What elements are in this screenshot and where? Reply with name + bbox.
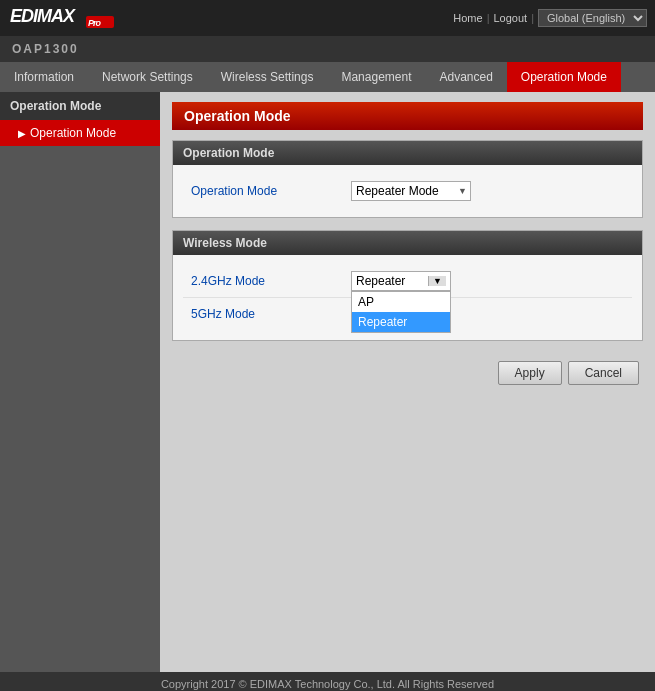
nav-information[interactable]: Information [0, 62, 88, 92]
2ghz-option-ap[interactable]: AP [352, 292, 450, 312]
nav-operation-mode[interactable]: Operation Mode [507, 62, 621, 92]
operation-mode-row: Operation Mode AP Mode Repeater Mode Cli… [183, 175, 632, 207]
svg-text:Pro: Pro [88, 18, 102, 28]
nav-advanced[interactable]: Advanced [425, 62, 506, 92]
home-link[interactable]: Home [453, 12, 482, 24]
wireless-mode-panel: Wireless Mode 2.4GHz Mode Repeater ▼ AP [172, 230, 643, 341]
nav-management[interactable]: Management [327, 62, 425, 92]
sep1: | [487, 12, 490, 24]
dropdown-arrow-icon: ▼ [428, 276, 446, 286]
sidebar-arrow: ▶ [18, 128, 26, 139]
nav-network-settings[interactable]: Network Settings [88, 62, 207, 92]
2ghz-option-repeater[interactable]: Repeater [352, 312, 450, 332]
operation-mode-select-wrapper: AP Mode Repeater Mode Client Mode [351, 181, 471, 201]
logo-text: EDIMAX Pro [8, 2, 118, 34]
sidebar: Operation Mode ▶ Operation Mode [0, 92, 160, 672]
model-name: OAP1300 [12, 42, 79, 56]
logout-link[interactable]: Logout [493, 12, 527, 24]
button-row: Apply Cancel [172, 353, 643, 393]
2ghz-mode-control: Repeater ▼ AP Repeater [351, 271, 624, 291]
wireless-mode-panel-body: 2.4GHz Mode Repeater ▼ AP Repeater [173, 255, 642, 340]
cancel-button[interactable]: Cancel [568, 361, 639, 385]
operation-mode-panel-header: Operation Mode [173, 141, 642, 165]
apply-button[interactable]: Apply [498, 361, 562, 385]
operation-mode-panel-body: Operation Mode AP Mode Repeater Mode Cli… [173, 165, 642, 217]
nav-wireless-settings[interactable]: Wireless Settings [207, 62, 328, 92]
model-bar: OAP1300 [0, 36, 655, 62]
logo: EDIMAX Pro [8, 2, 118, 34]
operation-mode-label: Operation Mode [191, 184, 351, 198]
2ghz-mode-row: 2.4GHz Mode Repeater ▼ AP Repeater [183, 265, 632, 298]
operation-mode-select[interactable]: AP Mode Repeater Mode Client Mode [351, 181, 471, 201]
content-wrapper: Operation Mode ▶ Operation Mode Operatio… [0, 92, 655, 672]
footer-text: Copyright 2017 © EDIMAX Technology Co., … [161, 678, 494, 690]
main-content: Operation Mode Operation Mode Operation … [160, 92, 655, 672]
2ghz-mode-label: 2.4GHz Mode [191, 274, 351, 288]
2ghz-dropdown-value: Repeater [356, 274, 405, 288]
2ghz-dropdown-area: Repeater ▼ AP Repeater [351, 271, 451, 291]
page-title: Operation Mode [172, 102, 643, 130]
2ghz-dropdown-trigger[interactable]: Repeater ▼ [351, 271, 451, 291]
language-select[interactable]: Global (English) Chinese Japanese [538, 9, 647, 27]
nav-bar: Information Network Settings Wireless Se… [0, 62, 655, 92]
2ghz-dropdown-list: AP Repeater [351, 291, 451, 333]
top-bar: EDIMAX Pro Home | Logout | Global (Engli… [0, 0, 655, 36]
sidebar-item-operation-mode[interactable]: ▶ Operation Mode [0, 120, 160, 146]
sidebar-item-label: Operation Mode [30, 126, 116, 140]
5ghz-mode-label: 5GHz Mode [191, 307, 351, 321]
operation-mode-control: AP Mode Repeater Mode Client Mode [351, 181, 624, 201]
operation-mode-panel: Operation Mode Operation Mode AP Mode Re… [172, 140, 643, 218]
sep2: | [531, 12, 534, 24]
top-links: Home | Logout | Global (English) Chinese… [453, 9, 647, 27]
svg-text:EDIMAX: EDIMAX [10, 6, 76, 26]
wireless-mode-panel-header: Wireless Mode [173, 231, 642, 255]
footer: Copyright 2017 © EDIMAX Technology Co., … [0, 672, 655, 691]
sidebar-group-operation-mode[interactable]: Operation Mode [0, 92, 160, 120]
